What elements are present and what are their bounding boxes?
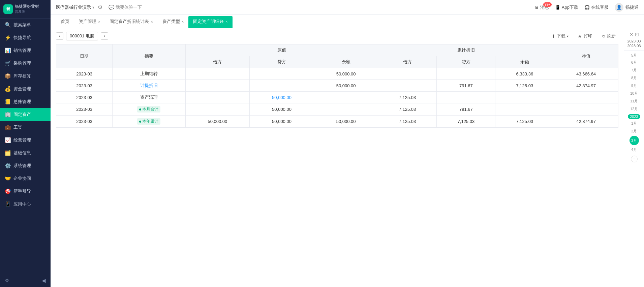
row2-orig-balance: 50,000.00 (314, 80, 378, 92)
basic-icon: 🗂️ (5, 150, 11, 156)
row1-net-value: 43,666.64 (554, 68, 618, 80)
timeline-month-9[interactable]: 9月 (630, 82, 638, 90)
sidebar-label-guide: 新手引导 (13, 188, 31, 194)
sidebar-item-appstore[interactable]: 📱 应用中心 (0, 198, 51, 211)
tag-dot (139, 108, 141, 110)
row2-accum-credit: 791.67 (437, 80, 495, 92)
timeline-month-12[interactable]: 12月 (629, 105, 639, 113)
sidebar-item-quicknav[interactable]: ⚡ 快捷导航 (0, 31, 51, 44)
timeline-month-4[interactable]: 4月 (630, 146, 638, 154)
tab-asset-detail-close[interactable]: × (225, 20, 227, 24)
timeline-expand-icon[interactable]: ⊡ (635, 32, 639, 37)
print-btn[interactable]: 🖨 打印 (575, 32, 595, 40)
row5-orig-balance: 50,000.00 (314, 116, 378, 128)
sidebar-item-operations[interactable]: 📈 经营管理 (0, 134, 51, 147)
timeline-month-1[interactable]: 1月 (630, 120, 638, 127)
refresh-btn[interactable]: ↻ 刷新 (599, 32, 618, 40)
nav-prev-btn[interactable]: ‹ (56, 32, 63, 40)
logo-icon: 畅 (3, 4, 13, 14)
sidebar-item-system[interactable]: ⚙️ 系统管理 (0, 159, 51, 172)
tab-depreciation[interactable]: 固定资产折旧统计表 × (105, 16, 157, 28)
table-row: 2023-03 上期结转 50,000.00 6,333.36 43,666.6… (56, 68, 618, 80)
sidebar-settings-icon[interactable]: ⚙ (5, 278, 9, 284)
sidebar-item-guide[interactable]: 🎯 新手引导 (0, 185, 51, 198)
sidebar-item-search[interactable]: 🔍 搜索菜单 (0, 19, 51, 31)
tab-asset-type-label: 资产类型 (162, 19, 180, 25)
sidebar-label-ledger: 总账管理 (13, 99, 31, 105)
sidebar-item-salary[interactable]: 💼 工资 (0, 121, 51, 134)
asset-detail-table: 日期 摘要 原值 累计折旧 净值 借方 贷方 余额 借方 贷方 余额 (56, 44, 618, 128)
th-date: 日期 (56, 44, 113, 68)
month-total-tag: 本月合计 (137, 106, 160, 113)
sidebar-label-collab: 企业协同 (13, 176, 31, 182)
timeline-month-10[interactable]: 10月 (629, 90, 639, 97)
tab-depreciation-label: 固定资产折旧统计表 (110, 19, 149, 25)
sidebar-item-ledger[interactable]: 📒 总账管理 (0, 95, 51, 108)
download-btn[interactable]: ⬇ 下载 ▾ (549, 32, 571, 40)
table-row: 2023-03 计提折旧 50,000.00 791.67 7,125.03 4… (56, 80, 618, 92)
timeline-month-11[interactable]: 11月 (629, 97, 639, 105)
row1-orig-credit (250, 68, 314, 80)
tab-asset-mgmt-close[interactable]: × (98, 20, 100, 24)
row1-accum-credit (437, 68, 495, 80)
row3-orig-debit (185, 92, 250, 103)
tab-asset-mgmt[interactable]: 资产管理 × (74, 16, 105, 28)
topbar-right: 🖥 消息 99+ 📱 App下载 🎧 在线客服 👤 畅捷通 (534, 3, 639, 12)
table-row: 2023-03 本年累计 50,000.00 50,000.00 50,000.… (56, 116, 618, 128)
messages-badge: 99+ (543, 2, 552, 7)
tab-depreciation-close[interactable]: × (151, 20, 153, 24)
row5-orig-debit: 50,000.00 (185, 116, 250, 128)
timeline-month-5[interactable]: 5月 (630, 51, 638, 59)
app-download-btn[interactable]: 📱 App下载 (555, 4, 578, 10)
row1-summary: 上期结转 (113, 68, 185, 80)
sidebar-item-fixed-assets[interactable]: 🏢 固定资产 (0, 108, 51, 121)
row4-date: 2023-03 (56, 103, 113, 116)
sidebar-nav: 🔍 搜索菜单 ⚡ 快捷导航 📊 销售管理 🛒 采购管理 📦 库存核算 💰 资金管… (0, 19, 51, 274)
timeline-close-icon[interactable]: ✕ (630, 32, 634, 37)
logo-subtitle: 普及版 (15, 9, 39, 14)
tab-asset-type-close[interactable]: × (182, 20, 184, 24)
row4-accum-debit: 7,125.03 (378, 103, 437, 116)
sidebar-item-sales[interactable]: 📊 销售管理 (0, 44, 51, 57)
sidebar-collapse-icon[interactable]: ◀ (42, 278, 46, 284)
company-selector[interactable]: 医疗器械行业演示 ▾ (56, 4, 94, 10)
timeline-month-7[interactable]: 7月 (630, 66, 638, 74)
row2-date: 2023-03 (56, 80, 113, 92)
fixed-assets-icon: 🏢 (5, 111, 11, 118)
sidebar-label-salary: 工资 (13, 124, 22, 130)
experience-btn[interactable]: 💬 我要体验一下 (109, 4, 142, 10)
timeline-expand-btn[interactable]: + (631, 156, 638, 162)
messages-btn[interactable]: 🖥 消息 99+ (534, 4, 549, 10)
row3-accum-credit (437, 92, 495, 103)
timeline-month-8[interactable]: 8月 (630, 74, 638, 82)
sidebar-label-sales: 销售管理 (13, 47, 31, 54)
sidebar-item-inventory[interactable]: 📦 库存核算 (0, 70, 51, 83)
username: 畅捷通 (625, 4, 639, 10)
sidebar-item-purchase[interactable]: 🛒 采购管理 (0, 57, 51, 70)
timeline-top-actions: ✕ ⊡ (630, 32, 639, 37)
sidebar-label-system: 系统管理 (13, 163, 31, 169)
timeline-date-2: 2023.03 (627, 44, 641, 48)
topbar-settings-icon[interactable]: ⚙ (98, 4, 102, 10)
tab-asset-type[interactable]: 资产类型 × (158, 16, 188, 28)
sidebar-item-finance[interactable]: 💰 资金管理 (0, 83, 51, 95)
tab-home[interactable]: 首页 (56, 16, 74, 28)
sidebar-item-collab[interactable]: 🤝 企业协同 (0, 172, 51, 185)
row5-date: 2023-03 (56, 116, 113, 128)
asset-code-display: 000001 电脑 (66, 32, 98, 40)
sidebar-label-quicknav: 快捷导航 (13, 35, 31, 41)
tag-label: 本月合计 (142, 106, 158, 112)
row3-accum-balance (495, 92, 554, 103)
row3-net-value (554, 92, 618, 103)
purchase-icon: 🛒 (5, 60, 11, 66)
nav-next-btn[interactable]: › (101, 32, 108, 40)
refresh-label: 刷新 (607, 33, 616, 39)
timeline-month-6[interactable]: 6月 (630, 59, 638, 66)
sidebar-item-basic[interactable]: 🗂️ 基础信息 (0, 147, 51, 159)
timeline-month-3-active[interactable]: 3月 (630, 136, 639, 145)
customer-service-btn[interactable]: 🎧 在线客服 (584, 4, 609, 10)
timeline-month-2[interactable]: 2月 (630, 127, 638, 135)
th-accumulated-depreciation: 累计折旧 (378, 44, 554, 56)
tab-asset-detail[interactable]: 固定资产明细账 × (188, 16, 232, 28)
user-avatar[interactable]: 👤 畅捷通 (615, 3, 639, 12)
